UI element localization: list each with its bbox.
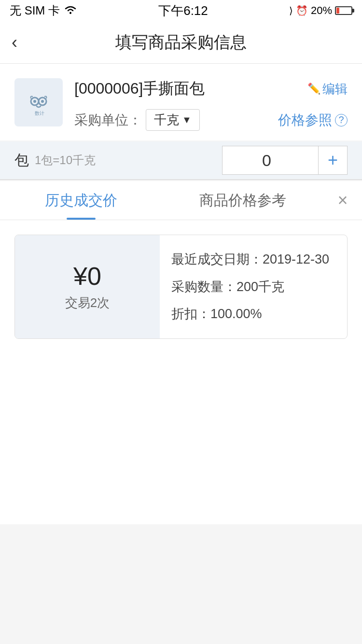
product-card: 数计 [0000006]手撕面包 ✏️ 编辑 采购单位： 千克 ▼ 价格参照 ? [0,64,362,140]
discount-value: 100.00% [210,307,262,321]
latest-date-line: 最近成交日期：2019-12-30 [171,250,335,269]
battery-percent: 20% [311,4,332,17]
price-card-left: ¥0 交易2次 [15,235,160,338]
quantity-unit: 包 [14,151,29,170]
status-time: 下午6:12 [158,2,208,19]
price-display: ¥0 [73,262,101,291]
wifi-icon [64,4,77,17]
price-ref-label: 价格参照 [278,111,332,129]
currency-symbol: ¥ [73,262,87,290]
edit-icon: ✏️ [307,83,320,95]
battery-icon [335,6,352,15]
discount-label: 折扣： [171,307,210,321]
tabs-section: 历史成交价 商品价格参考 × ¥0 交易2次 最近成交日期：2019-12-30… [0,181,362,524]
edit-button[interactable]: ✏️ 编辑 [307,81,348,98]
tab-historical-label: 历史成交价 [45,191,117,210]
unit-label: 采购单位： 千克 ▼ [74,109,200,131]
purchase-qty-label: 采购数量： [171,280,237,294]
latest-date-value: 2019-12-30 [263,252,329,266]
edit-label: 编辑 [322,81,348,98]
dropdown-icon: ▼ [182,114,192,126]
tab-active-indicator [67,218,96,220]
unit-value: 千克 [154,112,179,128]
tab-product-price-ref[interactable]: 商品价格参考 [162,181,323,220]
quantity-input[interactable] [222,146,319,175]
page-title: 填写商品采购信息 [115,31,247,54]
tab-price-ref-label: 商品价格参考 [199,191,286,210]
status-right: ⟩ ⏰ 20% [289,4,352,17]
product-logo: 数计 [14,78,63,126]
svg-point-4 [41,100,44,103]
latest-date-label: 最近成交日期： [171,252,263,266]
price-card: ¥0 交易2次 最近成交日期：2019-12-30 采购数量：200千克 折扣：… [14,235,348,339]
nav-bar: ‹ 填写商品采购信息 [0,21,362,64]
quantity-label-area: 包 1包=10千克 [14,151,96,170]
svg-point-3 [33,100,36,103]
svg-point-0 [70,12,71,14]
purchase-qty-value: 200千克 [237,280,284,294]
price-value: 0 [87,262,101,290]
sim-status: 无 SIM 卡 [10,3,60,18]
back-button[interactable]: ‹ [12,32,17,53]
status-left: 无 SIM 卡 [10,3,77,18]
alarm-icon: ⏰ [296,5,308,16]
tab-close-button[interactable]: × [323,181,362,220]
quantity-plus-button[interactable]: + [319,146,348,175]
price-reference-button[interactable]: 价格参照 ? [278,111,348,129]
location-icon: ⟩ [289,5,293,16]
tab-content: ¥0 交易2次 最近成交日期：2019-12-30 采购数量：200千克 折扣：… [0,235,362,524]
tab-historical-price[interactable]: 历史成交价 [0,181,162,220]
quantity-hint: 1包=10千克 [35,153,96,168]
discount-line: 折扣：100.00% [171,304,335,324]
quantity-controls: + [222,146,348,175]
product-unit-row: 采购单位： 千克 ▼ 价格参照 ? [74,109,348,131]
unit-prefix: 采购单位： [74,111,142,129]
purchase-qty-line: 采购数量：200千克 [171,277,335,297]
svg-text:数计: 数计 [35,111,44,116]
unit-select-dropdown[interactable]: 千克 ▼ [146,109,200,131]
product-header: [0000006]手撕面包 ✏️ 编辑 [74,78,348,99]
price-card-right: 最近成交日期：2019-12-30 采购数量：200千克 折扣：100.00% [160,235,347,338]
status-bar: 无 SIM 卡 下午6:12 ⟩ ⏰ 20% [0,0,362,21]
trades-count: 交易2次 [65,294,110,311]
product-name: [0000006]手撕面包 [74,78,205,99]
quantity-row: 包 1包=10千克 + [0,141,362,180]
product-info: [0000006]手撕面包 ✏️ 编辑 采购单位： 千克 ▼ 价格参照 ? [74,78,348,131]
price-ref-icon: ? [335,114,348,126]
tabs-header: 历史成交价 商品价格参考 × [0,181,362,220]
